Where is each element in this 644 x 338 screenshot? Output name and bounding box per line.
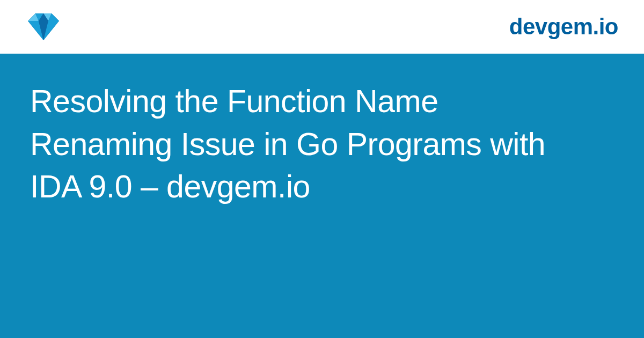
gem-icon	[28, 11, 59, 42]
page-title: Resolving the Function Name Renaming Iss…	[30, 80, 567, 209]
hero-banner: Resolving the Function Name Renaming Iss…	[0, 54, 644, 338]
header: devgem.io	[0, 0, 644, 54]
brand-text: devgem.io	[509, 14, 618, 40]
